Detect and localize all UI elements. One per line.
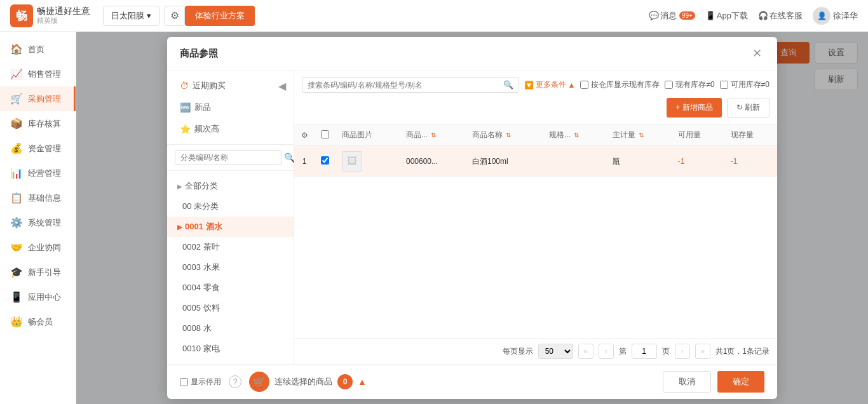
product-thumb: 🖼 [342,151,362,172]
refresh-table-button[interactable]: ↻ 刷新 [727,98,770,118]
cart-icon[interactable]: 🛒 [249,372,269,392]
quick-link-recent[interactable]: ⏱ 近期购买 [175,77,231,95]
collab-icon: 🤝 [10,241,23,253]
gear-button[interactable]: ⚙ [165,6,185,26]
quick-links-area: ⏱ 近期购买 ◀ 🆕 新品 ⭐ 频次高 [167,71,294,145]
cat-item-0001[interactable]: ▶ 0001 酒水 [167,217,294,237]
sidebar-item-inventory[interactable]: 📦 库存核算 [0,111,76,136]
col-name-header[interactable]: 商品名称 ⇅ [466,125,543,146]
sidebar-item-purchase[interactable]: 🛒 采购管理 [0,86,76,111]
row-checkbox-cell[interactable] [315,146,336,177]
col-checkbox-header[interactable] [315,125,336,146]
quick-link-frequent-label: 频次高 [194,123,219,135]
row-checkbox[interactable] [321,156,329,165]
cat-item-0008[interactable]: 0008 水 [167,318,294,339]
cat-item-0010[interactable]: 0010 家电 [167,339,294,359]
page-next-button[interactable]: › [675,344,690,359]
cart-area: 🛒 连续选择的商品 0 ▲ [249,372,367,392]
more-filter-button[interactable]: 🔽 更多条件 ▲ [524,79,576,90]
modal-body: ⏱ 近期购买 ◀ 🆕 新品 ⭐ 频次高 [167,71,777,364]
page-first-button[interactable]: « [578,344,593,359]
cat-item-0005[interactable]: 0005 饮料 [167,298,294,318]
cat-item-00[interactable]: 00 未分类 [167,196,294,217]
sidebar-item-finance[interactable]: 💰 资金管理 [0,136,76,161]
table-row[interactable]: 1 🖼 000600... 白酒100ml [294,146,777,177]
sidebar-item-basic[interactable]: 📋 基础信息 [0,185,76,210]
user-area[interactable]: 👤 徐泽华 [813,7,858,25]
sidebar-item-apps[interactable]: 📱 应用中心 [0,285,76,309]
cat-item-0003[interactable]: 0003 水果 [167,257,294,278]
display-stopped-label[interactable]: 显示停用 [180,377,221,387]
modal-left-panel: ⏱ 近期购买 ◀ 🆕 新品 ⭐ 频次高 [167,71,294,364]
warehouse-check-label[interactable]: 按仓库显示现有库存 [580,79,660,90]
available-check-label[interactable]: 可用库存≠0 [720,79,770,90]
top-nav: 畅 畅捷通好生意 精英版 日太阳膜 ▾ ⚙ 体验行业方案 💬 消息 99+ 📱 … [0,0,868,32]
product-search-input[interactable] [308,81,501,90]
dropdown-store[interactable]: 日太阳膜 ▾ [103,6,159,26]
help-icon[interactable]: ? [229,375,241,388]
page-number-input[interactable] [632,344,657,359]
sidebar-item-business[interactable]: 📊 经营管理 [0,161,76,185]
modal-footer: 显示停用 ? 🛒 连续选择的商品 0 ▲ 取消 确定 [167,364,777,399]
message-area[interactable]: 💬 消息 99+ [649,10,695,22]
headset-icon: 🎧 [758,11,768,20]
sidebar-item-sales[interactable]: 📈 销售管理 [0,62,76,86]
page-last-button[interactable]: » [695,344,710,359]
col-settings-header[interactable]: ⚙ [294,125,315,146]
online-service[interactable]: 🎧 在线客服 [758,10,803,22]
guide-icon: 🎓 [10,266,23,278]
cat-item-0004[interactable]: 0004 零食 [167,278,294,298]
warehouse-checkbox[interactable] [580,81,588,89]
footer-right: 取消 确定 [663,371,764,393]
cart-collapse-button[interactable]: ▲ [358,377,367,387]
row-unit-cell: 瓶 [606,146,672,177]
product-table-container: ⚙ 商品图片 商品... ⇅ [294,125,777,338]
collapse-left-button[interactable]: ◀ [278,80,286,92]
category-search-icon[interactable]: 🔍 [284,152,295,163]
col-spec-header[interactable]: 规格... ⇅ [543,125,606,146]
col-unit-header[interactable]: 主计量 ⇅ [606,125,672,146]
cancel-button[interactable]: 取消 [663,371,711,393]
confirm-button[interactable]: 确定 [717,371,764,393]
app-download[interactable]: 📱 App下载 [705,10,748,22]
cart-label: 连续选择的商品 [275,376,332,387]
sidebar-item-home[interactable]: 🏠 首页 [0,37,76,62]
home-icon: 🏠 [10,43,23,55]
username: 徐泽华 [833,10,858,22]
modal-overlay: 商品参照 ✕ ⏱ 近期购买 ◀ [76,32,868,404]
col-code-header[interactable]: 商品... ⇅ [400,125,466,146]
trial-button[interactable]: 体验行业方案 [185,6,255,26]
product-table: ⚙ 商品图片 商品... ⇅ [294,125,777,177]
star-icon: ⭐ [180,124,191,134]
quick-link-frequent[interactable]: ⭐ 频次高 [175,120,286,138]
sidebar-item-collab[interactable]: 🤝 企业协同 [0,235,76,260]
sidebar-label-apps: 应用中心 [28,292,61,303]
apps-icon: 📱 [10,291,23,303]
modal-right-panel: 🔍 🔽 更多条件 ▲ 按仓库显示现有库存 [294,71,777,364]
display-stopped-checkbox[interactable] [180,378,188,386]
quick-link-new[interactable]: 🆕 新品 [175,98,286,116]
cat-item-all[interactable]: ▶ 全部分类 [167,176,294,196]
category-search-input[interactable] [175,150,281,165]
pagination-bar: 每页显示 50 100 « ‹ 第 页 › » 共 [294,338,777,364]
sidebar-item-guide[interactable]: 🎓 新手引导 [0,260,76,285]
row-stock-cell: -1 [724,146,777,177]
page-prev-button[interactable]: ‹ [599,344,614,359]
modal-header: 商品参照 ✕ [167,37,777,71]
available-checkbox[interactable] [720,81,728,89]
member-icon: 👑 [10,316,23,328]
clock-icon: ⏱ [180,81,189,91]
stock-checkbox[interactable] [665,81,673,89]
avatar-icon: 👤 [813,7,831,25]
product-search-icon[interactable]: 🔍 [503,80,513,90]
cart-count-badge: 0 [337,374,353,389]
select-all-checkbox[interactable] [321,130,329,138]
per-page-select[interactable]: 50 100 [538,344,573,359]
modal-close-button[interactable]: ✕ [749,46,764,61]
cat-item-0002[interactable]: 0002 茶叶 [167,237,294,257]
stock-check-label[interactable]: 现有库存≠0 [665,79,714,90]
sidebar-item-system[interactable]: ⚙️ 系统管理 [0,210,76,235]
sort-spec-icon: ⇅ [574,131,579,138]
add-product-button[interactable]: + 新增商品 [667,98,721,118]
sidebar-item-member[interactable]: 👑 畅会员 [0,309,76,334]
